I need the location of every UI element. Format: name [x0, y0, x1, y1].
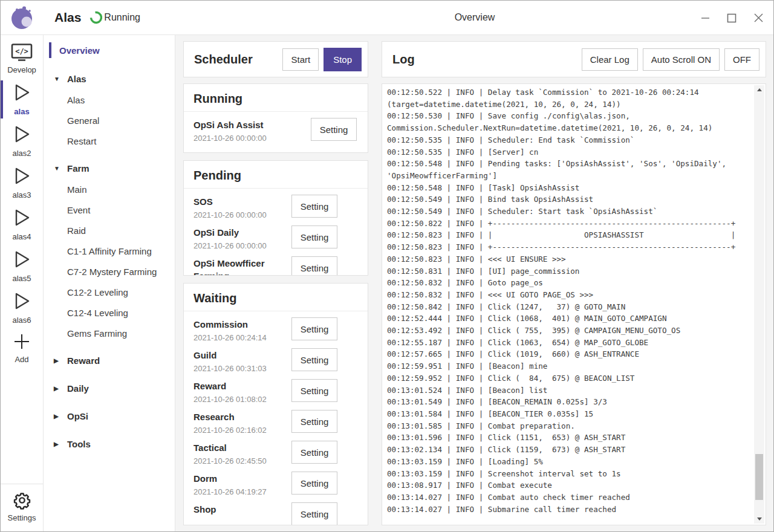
rail-item-alas[interactable]: alas: [1, 79, 43, 120]
nav-item-tools[interactable]: ▶ Tools: [44, 433, 175, 455]
task-name: OpSi Meowfficer Farming: [194, 257, 291, 275]
plus-icon: [12, 332, 31, 354]
start-button[interactable]: Start: [282, 48, 319, 71]
app-name: Alas: [54, 10, 81, 25]
stop-button[interactable]: Stop: [324, 48, 362, 71]
svg-text:</>: </>: [15, 47, 28, 56]
clear-log-button[interactable]: Clear Log: [582, 48, 638, 71]
nav-item-farm[interactable]: ▼ Farm: [44, 157, 175, 179]
task-next-run-time: 2021-10-26 00:31:03: [194, 364, 291, 373]
nav-item-c12-4-leveling[interactable]: C12-4 Leveling: [44, 302, 175, 323]
minimize-button[interactable]: [700, 13, 711, 24]
rail-item-settings[interactable]: Settings: [1, 488, 43, 527]
nav-item-c12-2-leveling[interactable]: C12-2 Leveling: [44, 282, 175, 302]
task-next-run-time: 2021-10-26 00:24:14: [194, 333, 291, 342]
nav-item-label: OpSi: [67, 411, 88, 421]
nav-item-label: C12-4 Leveling: [67, 308, 128, 318]
rail-item-alas6[interactable]: alas6: [1, 287, 43, 329]
scroll-down-icon[interactable]: [754, 514, 764, 524]
app-window: Alas Running Overview </> Develop: [0, 0, 774, 532]
task-row: OpSi Meowfficer Farming Setting: [194, 250, 337, 275]
task-name: Commission: [194, 318, 291, 331]
scroll-up-icon[interactable]: [754, 85, 764, 94]
code-monitor-icon: </>: [10, 43, 33, 64]
log-text: 00:12:50.522 | INFO | Delay task `Commis…: [382, 84, 754, 525]
chevron-down-icon: ▼: [54, 76, 67, 82]
setting-button[interactable]: Setting: [291, 502, 337, 525]
nav-item-label: C7-2 Mystery Farming: [67, 267, 157, 277]
setting-button[interactable]: Setting: [291, 410, 337, 433]
nav-item-raid[interactable]: Raid: [44, 220, 175, 241]
rail-item-alas4[interactable]: alas4: [1, 204, 43, 245]
rail-item-label: alas5: [12, 274, 31, 283]
rail-item-alas5[interactable]: alas5: [1, 245, 43, 287]
rail-item-label: alas3: [12, 190, 31, 199]
nav-item-alas[interactable]: ▼ Alas: [44, 68, 175, 89]
nav-item-c1-1-affinity-farming[interactable]: C1-1 Affinity Farming: [44, 241, 175, 261]
titlebar: Alas Running Overview: [1, 1, 773, 35]
nav-item-label: Alas: [67, 74, 86, 84]
rail-item-label: alas: [14, 107, 29, 116]
setting-button[interactable]: Setting: [291, 317, 337, 340]
task-row: Shop Setting: [194, 496, 337, 525]
setting-button[interactable]: Setting: [291, 348, 337, 371]
nav-item-alas[interactable]: Alas: [44, 89, 175, 110]
task-row: OpSi Daily 2021-10-26 00:00:00 Setting: [194, 219, 337, 250]
nav-item-opsi[interactable]: ▶ OpSi: [44, 405, 175, 427]
nav-item-reward[interactable]: ▶ Reward: [44, 349, 175, 371]
scheduler-column: Scheduler Start Stop Running OpSi Ash As…: [175, 35, 376, 531]
play-icon: [11, 248, 32, 273]
nav-item-overview[interactable]: Overview: [44, 39, 175, 62]
nav-item-label: Alas: [67, 95, 85, 105]
rail-item-alas2[interactable]: alas2: [1, 120, 43, 162]
rail-item-label: Add: [15, 355, 28, 364]
nav-item-main[interactable]: Main: [44, 179, 175, 199]
rail-item-alas3[interactable]: alas3: [1, 162, 43, 204]
chevron-right-icon: ▶: [54, 441, 67, 447]
setting-button[interactable]: Setting: [291, 441, 337, 464]
task-row: SOS 2021-10-26 00:00:00 Setting: [194, 189, 337, 219]
rail-item-add[interactable]: Add: [1, 329, 43, 368]
task-row: Tactical 2021-10-26 02:45:50 Setting: [194, 435, 337, 465]
running-card-head: Running: [184, 84, 368, 112]
nav-item-label: Main: [67, 184, 87, 195]
log-header-card: Log Clear Log Auto Scroll ON OFF: [382, 41, 766, 77]
nav-item-gems-farming[interactable]: Gems Farming: [44, 323, 175, 343]
auto-scroll-off-button[interactable]: OFF: [724, 48, 759, 71]
nav-item-general[interactable]: General: [44, 110, 175, 131]
setting-button[interactable]: Setting: [291, 256, 337, 275]
task-name: Dorm: [194, 472, 291, 485]
setting-button[interactable]: Setting: [291, 225, 337, 248]
rail-item-develop[interactable]: </> Develop: [1, 40, 43, 79]
task-name: Reward: [194, 380, 291, 392]
task-row: Commission 2021-10-26 00:24:14 Setting: [194, 311, 337, 342]
nav-item-label: Tools: [67, 439, 91, 449]
nav-item-c7-2-mystery-farming[interactable]: C7-2 Mystery Farming: [44, 261, 175, 282]
task-row: Reward 2021-10-26 01:08:02 Setting: [194, 373, 337, 404]
log-column: Log Clear Log Auto Scroll ON OFF 00:12:5…: [376, 35, 773, 531]
nav-item-restart[interactable]: Restart: [44, 131, 175, 151]
setting-button[interactable]: Setting: [291, 379, 337, 402]
waiting-title: Waiting: [194, 291, 236, 305]
task-name: OpSi Ash Assist: [194, 118, 311, 131]
waiting-card-head: Waiting: [184, 284, 368, 311]
log-scrollbar[interactable]: [754, 85, 764, 524]
task-name: Guild: [194, 349, 291, 362]
task-name: OpSi Daily: [194, 226, 291, 239]
nav-item-event[interactable]: Event: [44, 199, 175, 220]
setting-button[interactable]: Setting: [291, 472, 337, 495]
auto-scroll-on-button[interactable]: Auto Scroll ON: [643, 48, 720, 71]
close-button[interactable]: [753, 13, 764, 24]
instance-rail: </> Develop alas alas2 alas3 alas4 alas5…: [1, 35, 44, 531]
setting-button[interactable]: Setting: [311, 118, 357, 141]
scrollbar-thumb[interactable]: [755, 454, 763, 500]
task-row: OpSi Ash Assist 2021-10-26 00:00:00 Sett…: [194, 112, 357, 143]
nav-item-daily[interactable]: ▶ Daily: [44, 377, 175, 399]
task-next-run-time: 2021-10-26 02:16:02: [194, 426, 291, 435]
task-name: Tactical: [194, 441, 291, 454]
setting-button[interactable]: Setting: [291, 195, 337, 218]
running-title: Running: [194, 92, 242, 105]
status-label: Running: [104, 12, 140, 23]
main-area: Scheduler Start Stop Running OpSi Ash As…: [175, 35, 773, 531]
maximize-button[interactable]: [726, 13, 737, 24]
